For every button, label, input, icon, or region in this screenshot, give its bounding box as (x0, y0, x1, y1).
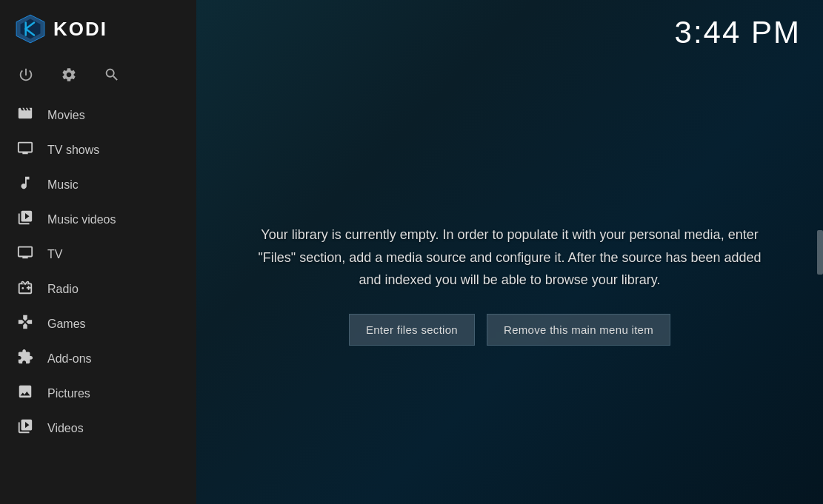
radio-icon (15, 279, 36, 299)
library-empty-message: Your library is currently empty. In orde… (256, 224, 764, 292)
sidebar-item-tv[interactable]: TV (0, 237, 196, 272)
music-videos-icon (15, 209, 36, 229)
remove-menu-item-button[interactable]: Remove this main menu item (487, 314, 670, 346)
radio-label: Radio (47, 283, 79, 296)
tv-shows-icon (15, 140, 36, 160)
movies-icon (15, 105, 36, 125)
games-icon (15, 314, 36, 334)
music-videos-label: Music videos (47, 213, 116, 226)
settings-icon (61, 67, 77, 83)
action-buttons-group: Enter files section Remove this main men… (349, 314, 670, 346)
sidebar-item-games[interactable]: Games (0, 306, 196, 341)
top-bar: 3:44 PM (196, 0, 823, 65)
tv-label: TV (47, 248, 62, 261)
games-label: Games (47, 317, 86, 331)
settings-button[interactable] (58, 64, 80, 86)
power-icon (18, 67, 34, 83)
power-button[interactable] (15, 64, 37, 86)
sidebar-item-music-videos[interactable]: Music videos (0, 202, 196, 237)
movies-label: Movies (47, 109, 85, 122)
sidebar-item-videos[interactable]: Videos (0, 411, 196, 446)
videos-label: Videos (47, 422, 84, 435)
sidebar-item-tv-shows[interactable]: TV shows (0, 132, 196, 167)
sidebar-header: KODI (0, 0, 196, 58)
addons-label: Add-ons (47, 352, 92, 366)
main-content: 3:44 PM Your library is currently empty.… (196, 0, 823, 504)
pictures-label: Pictures (47, 387, 90, 400)
sidebar-item-music[interactable]: Music (0, 167, 196, 202)
sidebar-icon-row (0, 58, 196, 98)
tv-icon (15, 244, 36, 264)
pictures-icon (15, 383, 36, 403)
search-icon (104, 67, 120, 83)
sidebar: KODI Movies (0, 0, 196, 504)
library-content-area: Your library is currently empty. In orde… (196, 65, 823, 504)
sidebar-item-movies[interactable]: Movies (0, 98, 196, 132)
tv-shows-label: TV shows (47, 144, 99, 157)
music-icon (15, 175, 36, 195)
videos-icon (15, 418, 36, 438)
addons-icon (15, 349, 36, 369)
kodi-logo-icon (15, 13, 46, 44)
clock-display: 3:44 PM (675, 15, 801, 50)
kodi-brand-text: KODI (53, 18, 107, 41)
enter-files-button[interactable]: Enter files section (349, 314, 475, 346)
sidebar-item-pictures[interactable]: Pictures (0, 376, 196, 411)
sidebar-item-radio[interactable]: Radio (0, 272, 196, 306)
search-button[interactable] (101, 64, 123, 86)
scroll-indicator (817, 230, 823, 275)
sidebar-item-addons[interactable]: Add-ons (0, 341, 196, 376)
main-nav: Movies TV shows Music Music videos (0, 98, 196, 504)
music-label: Music (47, 178, 79, 192)
